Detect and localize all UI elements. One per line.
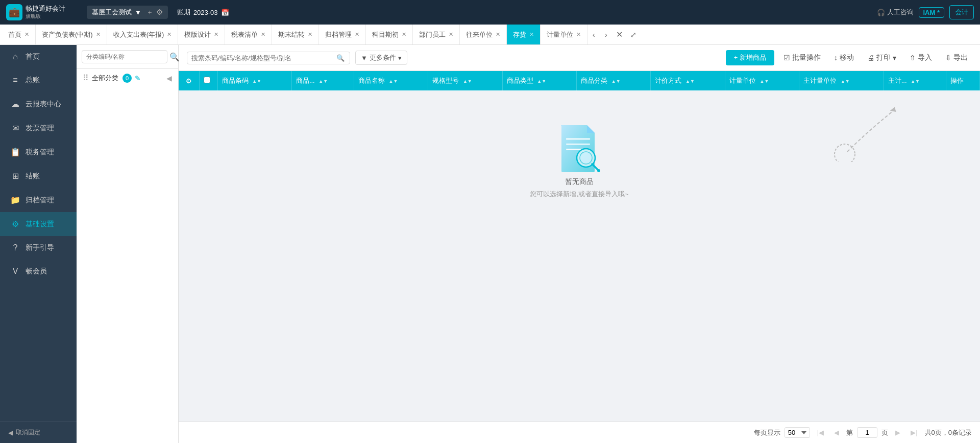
calendar-icon[interactable]: 📅: [221, 9, 229, 16]
tab-存货[interactable]: 存货 ✕: [507, 25, 541, 45]
more-filter-button[interactable]: ▼ 更多条件 ▾: [355, 51, 407, 65]
move-button[interactable]: ↕ 移动: [830, 51, 858, 64]
category-search-input[interactable]: [82, 50, 167, 63]
tab-close-icon[interactable]: ✕: [261, 31, 265, 38]
sidebar-pin-toggle[interactable]: ◀ 取消固定: [0, 422, 77, 443]
tab-bar: 首页 ✕ 资产负债表(中期) ✕ 收入支出表(年报) ✕ 模版设计 ✕ 税表清单…: [0, 25, 980, 45]
import-button[interactable]: ⇧ 导入: [905, 51, 936, 64]
product-table-wrap: ⚙ 商品条码 ▲▼ 商品... ▲▼ 商品名称 ▲▼ 规格型号 ▲▼ 商品类型 …: [179, 71, 980, 422]
settings-icon: ⚙: [10, 219, 20, 229]
col-price-method[interactable]: 计价方式 ▲▼: [651, 71, 725, 90]
member-icon: V: [10, 267, 20, 276]
tab-首页[interactable]: 首页 ✕: [2, 25, 36, 45]
tab-close-icon[interactable]: ✕: [24, 31, 29, 38]
export-button[interactable]: ⇩ 导出: [941, 51, 972, 64]
total-info: 共0页，0条记录: [925, 428, 972, 437]
col-code[interactable]: 商品... ▲▼: [291, 71, 354, 90]
period-label: 账期: [177, 8, 190, 17]
last-page-button[interactable]: ▶|: [908, 428, 920, 437]
tab-close-icon[interactable]: ✕: [529, 31, 534, 38]
tab-资产负债表[interactable]: 资产负债表(中期) ✕: [36, 25, 107, 45]
tab-close-icon[interactable]: ✕: [167, 31, 172, 38]
tab-归档管理[interactable]: 归档管理 ✕: [319, 25, 366, 45]
add-account-icon[interactable]: ＋: [146, 8, 153, 17]
sidebar-item-member[interactable]: V 畅会员: [0, 260, 77, 283]
print-button[interactable]: 🖨 打印 ▾: [863, 51, 900, 64]
iam-badge[interactable]: iAM *: [919, 7, 945, 18]
move-icon: ↕: [834, 54, 838, 62]
col-name[interactable]: 商品名称 ▲▼: [354, 71, 428, 90]
batch-operation-button[interactable]: ☑ 批量操作: [779, 51, 825, 64]
tab-label: 资产负债表(中期): [42, 30, 93, 39]
tab-close-icon[interactable]: ✕: [496, 31, 500, 38]
sidebar-item-ledger[interactable]: ≡ 总账: [0, 68, 77, 92]
prev-page-button[interactable]: ◀: [831, 428, 842, 437]
sidebar-item-close[interactable]: ⊞ 结账: [0, 164, 77, 188]
account-selector[interactable]: 基层工会测试 ▼ ＋ ⚙: [87, 6, 168, 19]
sidebar-item-home[interactable]: ⌂ 首页: [0, 45, 77, 68]
next-page-button[interactable]: ▶: [892, 428, 903, 437]
product-search-icon[interactable]: 🔍: [336, 54, 345, 62]
tab-close-all-button[interactable]: ✕: [612, 25, 626, 45]
settings-icon[interactable]: ⚙: [156, 8, 163, 17]
table-header-row: ⚙ 商品条码 ▲▼ 商品... ▲▼ 商品名称 ▲▼ 规格型号 ▲▼ 商品类型 …: [179, 71, 980, 90]
logo-area: 💼 畅捷通好会计 旗舰版: [6, 4, 82, 20]
tab-税表清单[interactable]: 税表清单 ✕: [225, 25, 272, 45]
svg-point-1: [835, 144, 855, 162]
tab-expand-button[interactable]: ⤢: [626, 25, 641, 45]
col-type[interactable]: 商品类型 ▲▼: [502, 71, 576, 90]
tab-收入支出表[interactable]: 收入支出表(年报) ✕: [107, 25, 179, 45]
per-page-select[interactable]: 20 50 100: [785, 427, 810, 438]
sidebar-item-cloud[interactable]: ☁ 云报表中心: [0, 92, 77, 116]
app-edition: 旗舰版: [26, 13, 65, 20]
tab-往来单位[interactable]: 往来单位 ✕: [460, 25, 507, 45]
tab-部门员工[interactable]: 部门员工 ✕: [413, 25, 460, 45]
col-main-unit[interactable]: 主计量单位 ▲▼: [799, 71, 884, 90]
col-spec[interactable]: 规格型号 ▲▼: [428, 71, 502, 90]
tab-prev-button[interactable]: ‹: [587, 25, 600, 45]
tab-close-icon[interactable]: ✕: [402, 31, 406, 38]
page-number-input[interactable]: [857, 427, 877, 438]
sidebar-item-invoice[interactable]: ✉ 发票管理: [0, 116, 77, 140]
col-checkbox[interactable]: [199, 71, 217, 90]
home-icon: ⌂: [10, 52, 20, 61]
col-unit[interactable]: 计量单位 ▲▼: [725, 71, 799, 90]
sidebar-item-archive[interactable]: 📁 归档管理: [0, 188, 77, 212]
tab-close-icon[interactable]: ✕: [214, 31, 218, 38]
col-settings[interactable]: ⚙: [179, 71, 199, 90]
tab-计量单位[interactable]: 计量单位 ✕: [541, 25, 587, 45]
print-icon: 🖨: [867, 54, 874, 62]
sidebar-item-guide[interactable]: ? 新手引导: [0, 236, 77, 260]
category-all-label: 全部分类: [92, 74, 118, 83]
category-header[interactable]: ⠿ 全部分类 0 ✎ ◀: [77, 69, 178, 87]
tab-close-icon[interactable]: ✕: [449, 31, 453, 38]
add-product-button[interactable]: + 新增商品: [726, 50, 774, 65]
category-collapse-icon[interactable]: ◀: [166, 74, 172, 82]
product-search-input[interactable]: [191, 54, 334, 62]
sidebar-item-tax[interactable]: 📋 税务管理: [0, 140, 77, 164]
consultant-button[interactable]: 🎧 人工咨询: [877, 8, 914, 17]
category-edit-icon[interactable]: ✎: [135, 74, 141, 82]
tab-close-icon[interactable]: ✕: [576, 31, 581, 38]
tab-close-icon[interactable]: ✕: [96, 31, 101, 38]
select-all-checkbox[interactable]: [204, 77, 210, 83]
tab-label: 往来单位: [466, 30, 493, 39]
col-main-count[interactable]: 主计... ▲▼: [884, 71, 946, 90]
tab-期末结转[interactable]: 期末结转 ✕: [272, 25, 319, 45]
tab-close-icon[interactable]: ✕: [355, 31, 359, 38]
product-search-bar[interactable]: 🔍: [187, 52, 350, 64]
tab-label: 存货: [513, 30, 526, 39]
category-count-badge: 0: [122, 74, 132, 83]
category-search-icon[interactable]: 🔍: [169, 52, 180, 62]
col-barcode[interactable]: 商品条码 ▲▼: [217, 71, 291, 90]
tab-科目期初[interactable]: 科目期初 ✕: [366, 25, 413, 45]
first-page-button[interactable]: |◀: [814, 428, 827, 437]
empty-illustration: [551, 121, 607, 177]
col-category[interactable]: 商品分类 ▲▼: [577, 71, 651, 90]
sidebar-item-settings[interactable]: ⚙ 基础设置: [0, 212, 77, 236]
tab-模版设计[interactable]: 模版设计 ✕: [178, 25, 225, 45]
account-button[interactable]: 会计: [949, 5, 974, 19]
tab-close-icon[interactable]: ✕: [308, 31, 312, 38]
tab-next-button[interactable]: ›: [600, 25, 612, 45]
tab-label: 期末结转: [278, 30, 305, 39]
